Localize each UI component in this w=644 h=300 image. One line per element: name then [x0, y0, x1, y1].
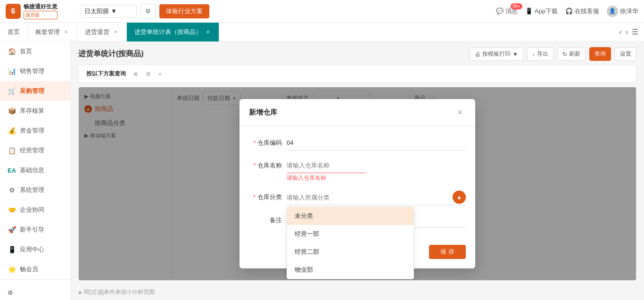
- sidebar-label-sales: 销售管理: [20, 67, 44, 75]
- settings-icon[interactable]: ⚙: [140, 4, 156, 19]
- new-warehouse-modal: 新增仓库 × 仓库编码 仓库名称: [239, 99, 475, 268]
- category-dropdown: 未分类 经营一部 经营二部 物业部: [287, 207, 414, 279]
- refresh-button[interactable]: ↻ 刷新: [557, 47, 586, 61]
- message-item[interactable]: 💬 消息 99+: [496, 7, 518, 16]
- top-header: 6 畅捷通好生意 捷员版 日太阳膜 ▼ ⚙ 体验行业方案 💬 消息 99+ 📱 …: [0, 0, 644, 23]
- dropdown-item-uncategorized[interactable]: 未分类: [287, 207, 413, 225]
- sidebar-settings-bottom[interactable]: ⚙: [0, 283, 70, 300]
- sidebar-item-system[interactable]: ⚙ 系统管理: [0, 180, 70, 200]
- sidebar-item-guide[interactable]: 🚀 新手引导: [0, 220, 70, 240]
- tab-next-icon[interactable]: ›: [626, 28, 628, 36]
- name-input[interactable]: [287, 158, 366, 173]
- sidebar-label-inventory: 库存核算: [20, 107, 44, 115]
- finance-icon: 💰: [8, 126, 16, 135]
- sidebar-label-enterprise: 企业协同: [20, 206, 44, 214]
- sidebar-item-finance[interactable]: 💰 资金管理: [0, 121, 70, 141]
- export-button[interactable]: ↓ 导出: [527, 47, 553, 61]
- avatar-icon: 👤: [607, 6, 618, 17]
- add-filter-icon[interactable]: ⊕: [133, 71, 138, 77]
- tab-purchase-stats-close[interactable]: ×: [205, 29, 211, 35]
- sidebar-item-home[interactable]: 🏠 首页: [0, 42, 70, 61]
- sidebar-label-home: 首页: [20, 47, 32, 56]
- app-download-item[interactable]: 📱 App下载: [525, 7, 558, 16]
- app-logo-icon: 6: [6, 4, 21, 19]
- name-input-wrapper: 请输入仓库名称: [287, 158, 466, 182]
- user-name: 徐泽华: [620, 7, 638, 16]
- tab-purchase-return[interactable]: 进货退货 ×: [77, 23, 127, 42]
- name-error-message: 请输入仓库名称: [287, 174, 466, 182]
- refresh-icon: ↻: [562, 51, 567, 58]
- filter-gear-icon[interactable]: ⚙: [146, 71, 151, 77]
- print-button[interactable]: 🖨 按模板打印 ▼: [470, 47, 523, 61]
- dropdown-item-dept3[interactable]: 物业部: [287, 261, 413, 279]
- message-icon: 💬: [496, 8, 504, 15]
- sales-icon: 📊: [8, 67, 16, 75]
- dropdown-item-dept1[interactable]: 经营一部: [287, 225, 413, 243]
- user-profile-item[interactable]: 👤 徐泽华: [607, 6, 638, 17]
- sidebar-item-apps[interactable]: 📱 应用中心: [0, 240, 70, 259]
- tab-menu-icon[interactable]: ☰: [632, 27, 638, 36]
- sidebar-label-apps: 应用中心: [20, 245, 44, 254]
- content-body: ▶ 电脑方案 ● 按商品 按商品分类 ▶ 移动端方案: [78, 87, 636, 281]
- purchase-icon: 🛒: [8, 87, 16, 95]
- settings-page-button[interactable]: 设置: [615, 47, 636, 61]
- header-right: 💬 消息 99+ 📱 App下载 🎧 在线客服 👤 徐泽华: [496, 6, 638, 17]
- content-actions: 🖨 按模板打印 ▼ ↓ 导出 ↻ 刷新 查询 设置: [470, 47, 636, 61]
- member-icon: 🌟: [8, 265, 16, 274]
- code-label: 仓库编码: [249, 135, 282, 147]
- tab-controls: ‹ › ☰: [619, 27, 644, 36]
- tab-home-label: 首页: [8, 28, 20, 36]
- name-label: 仓库名称: [249, 158, 282, 170]
- sidebar-item-inventory[interactable]: 📦 库存核算: [0, 101, 70, 121]
- sidebar-label-finance: 资金管理: [20, 126, 44, 135]
- tab-prev-icon[interactable]: ‹: [619, 28, 621, 36]
- sidebar-item-operations[interactable]: 📋 经营管理: [0, 141, 70, 160]
- app-download-label: App下载: [535, 7, 558, 16]
- filter-bar: 按以下方案查询 ⊕ ⚙ «: [78, 65, 636, 83]
- modal-close-button[interactable]: ×: [454, 107, 466, 118]
- bottom-hint: ● 用[过滤]条件来缩小分析范围: [71, 284, 644, 300]
- tab-bar: 首页 账套管理 × 进货退货 × 进货单统计表（按商品） × ‹ › ☰: [0, 23, 644, 42]
- dropdown-item-dept2[interactable]: 经营二部: [287, 243, 413, 261]
- online-service-item[interactable]: 🎧 在线客服: [565, 7, 599, 16]
- sidebar-label-purchase: 采购管理: [20, 87, 44, 95]
- tab-account[interactable]: 账套管理 ×: [28, 23, 77, 42]
- hint-text: 用[过滤]条件来缩小分析范围: [83, 288, 155, 296]
- tab-purchase-return-close[interactable]: ×: [112, 29, 119, 35]
- sidebar-item-enterprise[interactable]: 🤝 企业协同: [0, 200, 70, 220]
- modal-overlay: 新增仓库 × 仓库编码 仓库名称: [79, 87, 636, 280]
- code-field-row: 仓库编码: [249, 135, 466, 150]
- inventory-icon: 📦: [8, 107, 16, 115]
- code-input[interactable]: [287, 135, 466, 150]
- store-selector[interactable]: 日太阳膜 ▼: [80, 5, 137, 18]
- system-icon: ⚙: [8, 186, 16, 194]
- tab-home[interactable]: 首页: [0, 23, 28, 42]
- trial-button[interactable]: 体验行业方案: [159, 4, 209, 18]
- category-toggle-button[interactable]: ▲: [453, 191, 466, 204]
- content-header: 进货单统计(按商品) 🖨 按模板打印 ▼ ↓ 导出 ↻ 刷新 查询 设置: [71, 42, 644, 65]
- hint-icon: ●: [78, 289, 82, 296]
- store-name: 日太阳膜: [84, 7, 109, 16]
- modal-header: 新增仓库 ×: [239, 99, 475, 126]
- sidebar-item-purchase[interactable]: 🛒 采购管理: [0, 81, 70, 101]
- sidebar-item-member[interactable]: 🌟 畅会员: [0, 259, 70, 279]
- print-chevron-icon: ▼: [512, 51, 518, 58]
- tab-purchase-stats[interactable]: 进货单统计表（按商品） ×: [127, 23, 219, 42]
- save-button[interactable]: 保 存: [429, 245, 466, 259]
- tab-account-close[interactable]: ×: [63, 29, 69, 35]
- app-download-icon: 📱: [525, 8, 533, 15]
- tab-account-label: 账套管理: [35, 28, 60, 36]
- category-label: 仓库分类: [249, 190, 282, 201]
- tab-purchase-stats-label: 进货单统计表（按商品）: [134, 28, 202, 36]
- sidebar-item-basic-info[interactable]: EA 基础信息: [0, 160, 70, 180]
- tab-purchase-return-label: 进货退货: [85, 28, 109, 36]
- query-button[interactable]: 查询: [589, 47, 611, 61]
- content-area: 进货单统计(按商品) 🖨 按模板打印 ▼ ↓ 导出 ↻ 刷新 查询 设置: [71, 42, 644, 300]
- filter-collapse-icon[interactable]: «: [158, 71, 162, 77]
- category-input[interactable]: [287, 190, 453, 205]
- guide-icon: 🚀: [8, 225, 16, 234]
- sidebar-label-operations: 经营管理: [20, 146, 44, 155]
- sidebar: 🏠 首页 📊 销售管理 🛒 采购管理 📦 库存核算 💰 资金管理 📋 经营管理 …: [0, 42, 71, 300]
- sidebar-item-sales[interactable]: 📊 销售管理: [0, 61, 70, 81]
- print-icon: 🖨: [475, 51, 480, 58]
